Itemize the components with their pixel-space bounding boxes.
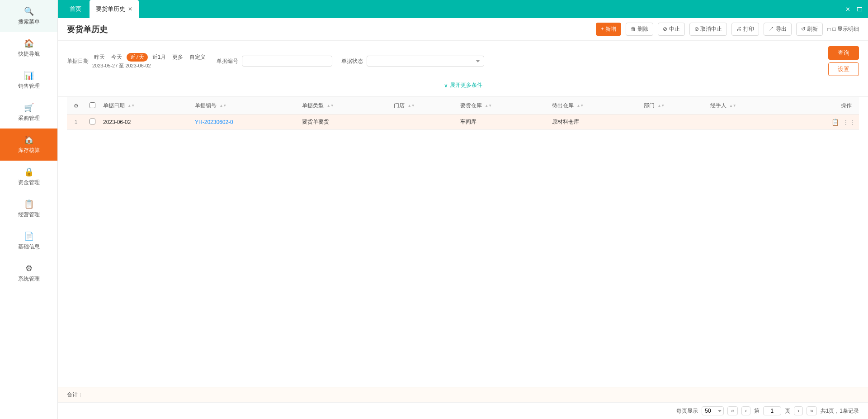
sales-icon: 📊 (24, 71, 34, 81)
date-range-display: 2023-05-27 至 2023-06-02 (92, 62, 208, 69)
sidebar-item-label: 资金管理 (18, 179, 40, 186)
sidebar-item-label: 销售管理 (18, 82, 40, 90)
th-doc-type: 单据类型 ▲▼ (298, 97, 390, 114)
date-shortcut-yesterday[interactable]: 昨天 (92, 53, 107, 62)
cell-num: 1 (67, 114, 85, 130)
tab-close-icon[interactable]: ✕ (128, 6, 132, 12)
filter-area: 单据日期 昨天 今天 近7天 近1月 更多 自定义 2023-05-27 至 2… (58, 41, 868, 97)
th-pending-warehouse: 待出仓库 ▲▼ (548, 97, 640, 114)
page-next-button[interactable]: › (794, 406, 803, 415)
doc-number-input[interactable] (242, 56, 332, 67)
tab-home[interactable]: 首页 (63, 0, 88, 18)
sidebar-item-ops-mgmt[interactable]: 📋 经营管理 (0, 193, 57, 225)
tab-requisition-history[interactable]: 要货单历史 ✕ (90, 0, 139, 18)
chevron-down-icon: ∨ (444, 82, 448, 89)
page-label-before: 第 (754, 407, 760, 415)
date-shortcut-custom[interactable]: 自定义 (188, 53, 208, 62)
doc-status-label: 单据状态 (341, 57, 363, 65)
page-size-select[interactable]: 50 10 20 100 (702, 406, 724, 415)
cancel-stop-button[interactable]: ⊘ 取消中止 (689, 23, 727, 36)
topbar-right: ✕ 🗖 (845, 6, 863, 13)
sidebar-item-quick-nav[interactable]: 🏠 快捷导航 (0, 32, 57, 64)
sort-store-icon[interactable]: ▲▼ (408, 104, 415, 108)
sort-doc-type-icon[interactable]: ▲▼ (327, 104, 334, 108)
delete-button[interactable]: 🗑 删除 (626, 23, 653, 36)
table-container: ⚙ 单据日期 ▲▼ 单据编号 ▲▼ (58, 97, 868, 387)
th-department: 部门 ▲▼ (640, 97, 707, 114)
summary-label: 合计： (67, 391, 83, 398)
cell-doc-number: YH-20230602-0 (191, 114, 298, 130)
page-number-input[interactable] (763, 406, 781, 415)
cell-pending-warehouse: 原材料仓库 (548, 114, 640, 130)
new-button[interactable]: + 新增 (596, 23, 621, 36)
sort-doc-number-icon[interactable]: ▲▼ (219, 104, 226, 108)
page-prev-button[interactable]: ‹ (741, 406, 750, 415)
sidebar: 🔍 搜索菜单 🏠 快捷导航 📊 销售管理 🛒 采购管理 🏠 库存核算 🔒 资金管… (0, 0, 58, 419)
page-label-after: 页 (785, 407, 790, 415)
th-doc-date: 单据日期 ▲▼ (99, 97, 191, 114)
expand-more-button[interactable]: ∨ 展开更多条件 (67, 80, 859, 91)
filter-actions: 查询 设置 (828, 46, 859, 76)
settings-icon[interactable]: ⚙ (74, 103, 79, 109)
date-shortcut-last1month[interactable]: 近1月 (151, 53, 168, 62)
inventory-icon: 🏠 (24, 135, 34, 145)
row-checkbox[interactable] (90, 119, 95, 124)
topbar: 首页 要货单历史 ✕ ✕ 🗖 (58, 0, 868, 18)
page-size-label: 每页显示 (676, 407, 698, 415)
window-maximize-button[interactable]: 🗖 (857, 6, 863, 13)
search-menu-icon: 🔍 (24, 6, 34, 16)
requisition-table: ⚙ 单据日期 ▲▼ 单据编号 ▲▼ (67, 97, 859, 130)
sort-pending-warehouse-icon[interactable]: ▲▼ (576, 104, 584, 108)
cell-store (390, 114, 457, 130)
date-filter-label: 单据日期 (67, 57, 89, 65)
page-last-button[interactable]: » (807, 406, 817, 415)
filter-row-1: 单据日期 昨天 今天 近7天 近1月 更多 自定义 2023-05-27 至 2… (67, 46, 859, 76)
window-close-button[interactable]: ✕ (845, 6, 850, 13)
cell-operations: 📋 ⋮⋮ (785, 114, 859, 130)
home-icon: 🏠 (24, 38, 34, 48)
date-shortcut-today[interactable]: 今天 (109, 53, 124, 62)
cell-doc-type: 要货单要货 (298, 114, 390, 130)
cell-req-warehouse: 车间库 (457, 114, 548, 130)
sidebar-item-label: 系统管理 (18, 275, 40, 283)
sort-req-warehouse-icon[interactable]: ▲▼ (485, 104, 492, 108)
sidebar-item-sys-mgmt[interactable]: ⚙ 系统管理 (0, 257, 57, 289)
sidebar-item-base-info[interactable]: 📄 基础信息 (0, 225, 57, 257)
th-req-warehouse: 要货仓库 ▲▼ (457, 97, 548, 114)
sidebar-item-fund-mgmt[interactable]: 🔒 资金管理 (0, 161, 57, 193)
sidebar-item-search-menu[interactable]: 🔍 搜索菜单 (0, 0, 57, 32)
doc-number-label: 单据编号 (217, 57, 238, 65)
purchase-icon: 🛒 (24, 103, 34, 113)
doc-status-select[interactable] (367, 56, 484, 67)
cell-department (640, 114, 707, 130)
th-store: 门店 ▲▼ (390, 97, 457, 114)
row-view-icon[interactable]: 📋 (831, 119, 839, 126)
sort-doc-date-icon[interactable]: ▲▼ (127, 104, 135, 108)
doc-number-link[interactable]: YH-20230602-0 (195, 119, 233, 125)
select-all-checkbox[interactable] (90, 102, 95, 108)
cell-doc-date: 2023-06-02 (99, 114, 191, 130)
th-settings: ⚙ (67, 97, 85, 114)
row-more-icon[interactable]: ⋮⋮ (843, 119, 855, 126)
sidebar-item-purchase-mgmt[interactable]: 🛒 采购管理 (0, 96, 57, 129)
sidebar-item-label: 采购管理 (18, 114, 40, 122)
stop-button[interactable]: ⊘ 中止 (658, 23, 684, 36)
table-row: 1 2023-06-02 YH-20230602-0 要货单要货 车间库 原材料… (67, 114, 859, 130)
date-shortcut-more[interactable]: 更多 (170, 53, 185, 62)
print-button[interactable]: 🖨 打印 (731, 23, 759, 36)
content-area: 要货单历史 + 新增 🗑 删除 ⊘ 中止 ⊘ 取消中止 🖨 打印 ↗ 导出 ↺ … (58, 18, 868, 419)
date-shortcut-last7days[interactable]: 近7天 (127, 53, 148, 62)
sort-department-icon[interactable]: ▲▼ (657, 104, 665, 108)
display-detail-toggle[interactable]: □ □ 显示明细 (827, 25, 859, 33)
filter-settings-button[interactable]: 设置 (828, 62, 859, 76)
sort-handler-icon[interactable]: ▲▼ (729, 104, 736, 108)
sidebar-item-sales-mgmt[interactable]: 📊 销售管理 (0, 64, 57, 96)
query-button[interactable]: 查询 (828, 46, 859, 60)
sidebar-item-label: 库存核算 (18, 147, 40, 154)
total-info: 共1页，1条记录 (821, 407, 859, 415)
refresh-button[interactable]: ↺ 刷新 (796, 23, 823, 36)
sidebar-item-inventory-calc[interactable]: 🏠 库存核算 (0, 129, 57, 161)
export-button[interactable]: ↗ 导出 (764, 23, 791, 36)
page-first-button[interactable]: « (727, 406, 738, 415)
display-detail-checkbox-icon: □ (827, 26, 830, 33)
